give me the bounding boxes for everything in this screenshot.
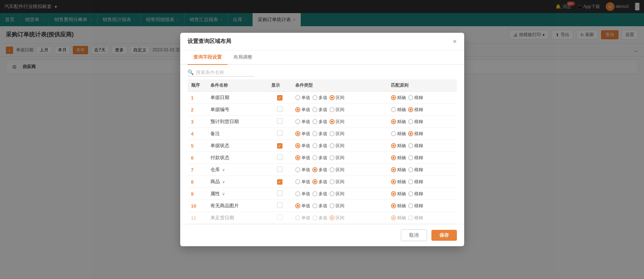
radio-match_exact-9[interactable]: 精确 [391,191,406,197]
show-checkbox-1[interactable] [277,95,283,101]
radio-match_exact-8[interactable]: 精确 [391,179,406,185]
radio-type_range-3[interactable]: 区间 [329,119,344,125]
radio-type_range-11[interactable]: 区间 [329,215,344,221]
search-icon: 🔍 [187,69,194,75]
radio-match_exact-4[interactable]: 精确 [391,131,406,137]
show-checkbox-10[interactable] [277,203,283,208]
cancel-button[interactable]: 取消 [401,229,427,241]
radio-type_single-3[interactable]: 单值 [295,119,310,125]
table-row: 9属性 ∨单值多值区间精确模糊 [187,188,457,200]
show-checkbox-2[interactable] [277,106,283,112]
radio-circle-type_range-6 [329,155,335,160]
save-button[interactable]: 保存 [431,230,457,241]
row-type-7: 单值多值区间 [292,164,387,176]
search-input[interactable] [196,70,254,75]
row-show-11[interactable] [268,212,292,224]
row-show-7[interactable] [268,164,292,176]
radio-type_range-8[interactable]: 区间 [329,179,344,185]
show-checkbox-4[interactable] [277,130,283,136]
row-show-8[interactable] [268,176,292,188]
row-name-7: 仓库 ∨ [207,164,268,176]
radio-match_fuzzy-2[interactable]: 模糊 [408,107,423,113]
radio-type_multi-4[interactable]: 多值 [312,131,327,137]
show-checkbox-8[interactable] [277,179,283,185]
radio-circle-type_range-10 [329,203,335,208]
radio-match_fuzzy-10[interactable]: 模糊 [408,203,423,209]
row-show-4[interactable] [268,128,292,140]
radio-type_multi-5[interactable]: 多值 [312,143,327,149]
radio-type_range-6[interactable]: 区间 [329,155,344,161]
radio-type_range-5[interactable]: 区间 [329,143,344,149]
row-show-5[interactable] [268,140,292,152]
radio-match_fuzzy-8[interactable]: 模糊 [408,179,423,185]
show-checkbox-6[interactable] [277,154,283,160]
radio-circle-type_range-3 [329,119,335,124]
radio-type_range-1[interactable]: 区间 [329,95,344,101]
radio-match_exact-7[interactable]: 精确 [391,167,406,173]
radio-type_single-5[interactable]: 单值 [295,143,310,149]
radio-match_fuzzy-3[interactable]: 模糊 [408,119,423,125]
radio-type_single-8[interactable]: 单值 [295,179,310,185]
row-show-3[interactable] [268,116,292,128]
radio-match_fuzzy-9[interactable]: 模糊 [408,191,423,197]
show-checkbox-3[interactable] [277,118,283,124]
show-checkbox-9[interactable] [277,190,283,196]
radio-match_exact-11[interactable]: 精确 [391,215,406,221]
row-show-1[interactable] [268,92,292,104]
radio-type_range-10[interactable]: 区间 [329,203,344,209]
show-checkbox-7[interactable] [277,166,283,172]
radio-type_single-1[interactable]: 单值 [295,95,310,101]
radio-match_fuzzy-7[interactable]: 模糊 [408,167,423,173]
radio-type_range-9[interactable]: 区间 [329,191,344,197]
radio-match_exact-10[interactable]: 精确 [391,203,406,209]
radio-match_exact-2[interactable]: 精确 [391,107,406,113]
radio-type_multi-7[interactable]: 多值 [312,167,327,173]
expand-icon[interactable]: ∨ [222,192,225,196]
radio-type_multi-9[interactable]: 多值 [312,191,327,197]
radio-type_range-2[interactable]: 区间 [329,107,344,113]
row-match-4: 精确模糊 [387,128,457,140]
radio-match_fuzzy-5[interactable]: 模糊 [408,143,423,149]
row-match-2: 精确模糊 [387,104,457,116]
row-show-2[interactable] [268,104,292,116]
radio-match_fuzzy-1[interactable]: 模糊 [408,95,423,101]
tab-layout-adjust[interactable]: 布局调整 [228,50,258,65]
radio-type_multi-6[interactable]: 多值 [312,155,327,161]
radio-type_single-2[interactable]: 单值 [295,107,310,113]
radio-type_single-7[interactable]: 单值 [295,167,310,173]
radio-type_single-4[interactable]: 单值 [295,131,310,137]
show-checkbox-11[interactable] [277,215,283,220]
radio-type_single-9[interactable]: 单值 [295,191,310,197]
row-name-6: 付款状态 [207,152,268,164]
radio-type_multi-10[interactable]: 多值 [312,203,327,209]
radio-match_exact-3[interactable]: 精确 [391,119,406,125]
radio-match_fuzzy-4[interactable]: 模糊 [408,131,423,137]
radio-type_multi-1[interactable]: 多值 [312,95,327,101]
dialog-close-button[interactable]: × [453,38,457,45]
radio-type_multi-2[interactable]: 多值 [312,107,327,113]
radio-type_multi-3[interactable]: 多值 [312,119,327,125]
row-type-10: 单值多值区间 [292,200,387,212]
radio-match_exact-6[interactable]: 精确 [391,155,406,161]
tab-field-settings[interactable]: 查询字段设置 [187,50,228,65]
radio-type_multi-8[interactable]: 多值 [312,179,327,185]
radio-match_fuzzy-6[interactable]: 模糊 [408,155,423,161]
row-show-9[interactable] [268,188,292,200]
radio-match_exact-5[interactable]: 精确 [391,143,406,149]
radio-match_exact-1[interactable]: 精确 [391,95,406,101]
expand-icon[interactable]: ∨ [222,180,225,184]
row-order-6: 6 [187,152,207,164]
radio-type_range-4[interactable]: 区间 [329,131,344,137]
radio-circle-match_exact-1 [391,95,396,100]
radio-match_fuzzy-11[interactable]: 模糊 [408,215,423,221]
show-checkbox-5[interactable] [277,143,283,149]
radio-type_single-6[interactable]: 单值 [295,155,310,161]
expand-icon[interactable]: ∨ [222,168,225,172]
row-show-6[interactable] [268,152,292,164]
th-name: 条件名称 [207,79,268,92]
radio-type_range-7[interactable]: 区间 [329,167,344,173]
radio-type_single-11[interactable]: 单值 [295,215,310,221]
radio-type_single-10[interactable]: 单值 [295,203,310,209]
radio-type_multi-11[interactable]: 多值 [312,215,327,221]
row-show-10[interactable] [268,200,292,212]
